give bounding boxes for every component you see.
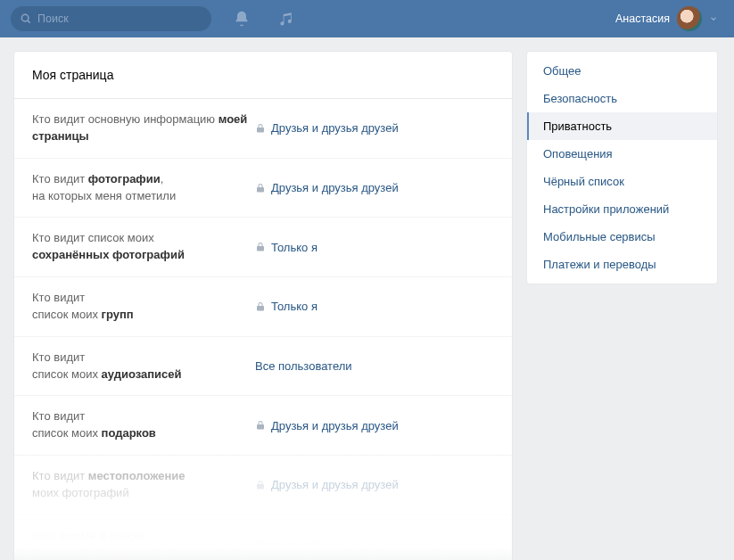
- search-icon: [20, 12, 32, 25]
- lock-icon: [255, 123, 266, 134]
- chevron-down-icon: [709, 14, 718, 23]
- value-text: Друзья и друзья друзей: [271, 478, 399, 491]
- sidebar-item[interactable]: Общее: [527, 57, 717, 85]
- sidebar-item[interactable]: Мобильные сервисы: [527, 223, 717, 251]
- sidebar-item[interactable]: Настройки приложений: [527, 195, 717, 223]
- privacy-row[interactable]: Кто видит фотографии,на которых меня отм…: [14, 159, 512, 218]
- value-text: Только я: [271, 300, 318, 313]
- username: Анастасия: [615, 12, 670, 25]
- row-label: Кто видитсписок моих подарков: [32, 408, 255, 442]
- row-value[interactable]: Все пользователи: [255, 359, 352, 373]
- sidebar-item[interactable]: Приватность: [527, 112, 717, 140]
- row-label: Кто видит основную информацию моей стран…: [32, 111, 255, 145]
- row-value[interactable]: Друзья и друзья друзей: [255, 478, 399, 491]
- avatar: [677, 6, 702, 31]
- privacy-row[interactable]: Кто видит местоположениемоих фотографийД…: [14, 456, 512, 515]
- lock-icon: [255, 183, 266, 194]
- music-icon[interactable]: [277, 10, 295, 28]
- lock-icon: [255, 420, 266, 431]
- content-container: Моя страница Кто видит основную информац…: [0, 37, 734, 560]
- privacy-row[interactable]: Кого видите в спискемоих других скрытымВ…: [14, 515, 512, 560]
- row-label: Кого видите в спискемоих других скрытым: [32, 528, 255, 560]
- section-title: Моя страница: [14, 52, 512, 99]
- row-label: Кто видит фотографии,на которых меня отм…: [32, 171, 255, 205]
- sidebar-item[interactable]: Безопасность: [527, 85, 717, 112]
- lock-icon: [255, 480, 266, 490]
- user-menu[interactable]: Анастасия: [615, 6, 718, 31]
- value-text: Только я: [271, 241, 318, 254]
- privacy-row[interactable]: Кто видитсписок моих аудиозаписейВсе пол…: [14, 337, 512, 397]
- value-text: Друзья и друзья друзей: [271, 121, 399, 135]
- settings-panel: Моя страница Кто видит основную информац…: [13, 51, 513, 560]
- header-icons: [233, 10, 295, 28]
- value-text: Друзья и друзья друзей: [271, 181, 399, 194]
- row-value[interactable]: Друзья и друзья друзей: [255, 181, 399, 194]
- row-value[interactable]: Друзья и друзья друзей: [255, 419, 399, 432]
- lock-icon: [255, 242, 266, 252]
- settings-rows: Кто видит основную информацию моей стран…: [14, 99, 512, 560]
- bell-icon[interactable]: [233, 10, 251, 28]
- privacy-row[interactable]: Кто видитсписок моих группТолько я: [14, 277, 512, 337]
- row-label: Кто видит местоположениемоих фотографий: [32, 468, 255, 502]
- svg-point-0: [21, 14, 29, 21]
- value-text: Друзья и друзья друзей: [271, 419, 399, 432]
- privacy-row[interactable]: Кто видит список моихсохранённых фотогра…: [14, 218, 512, 277]
- svg-line-1: [28, 21, 30, 23]
- value-text: Всех друзей: [255, 538, 321, 551]
- top-header: Анастасия: [0, 0, 734, 37]
- sidebar-item[interactable]: Оповещения: [527, 140, 717, 168]
- row-label: Кто видит список моихсохранённых фотогра…: [32, 230, 255, 264]
- sidebar-item[interactable]: Платежи и переводы: [527, 251, 717, 278]
- row-value[interactable]: Только я: [255, 241, 318, 254]
- lock-icon: [255, 301, 266, 312]
- row-value[interactable]: Друзья и друзья друзей: [255, 121, 399, 135]
- row-label: Кто видитсписок моих аудиозаписей: [32, 350, 255, 383]
- row-label: Кто видитсписок моих групп: [32, 290, 255, 324]
- settings-sidebar: ОбщееБезопасностьПриватностьОповещенияЧё…: [526, 51, 718, 284]
- search-input[interactable]: [32, 12, 193, 25]
- row-value[interactable]: Только я: [255, 300, 318, 313]
- search-box[interactable]: [11, 6, 211, 31]
- privacy-row[interactable]: Кто видит основную информацию моей стран…: [14, 99, 512, 159]
- sidebar-item[interactable]: Чёрный список: [527, 168, 717, 195]
- value-text: Все пользователи: [255, 359, 352, 373]
- privacy-row[interactable]: Кто видитсписок моих подарковДрузья и др…: [14, 396, 512, 456]
- row-value[interactable]: Всех друзей: [255, 538, 321, 551]
